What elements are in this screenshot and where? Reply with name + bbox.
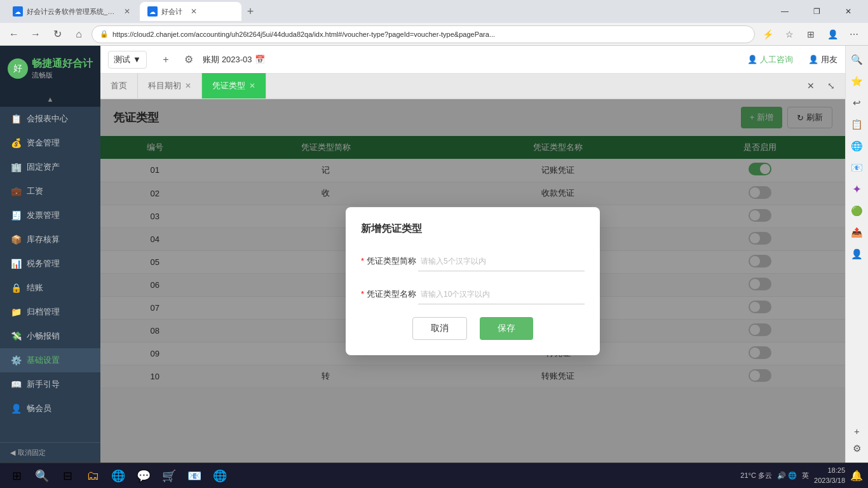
menu-button[interactable]: ⋯ [845,25,863,43]
sidebar-nav: 📋 会报表中心 💰 资金管理 🏢 固定资产 💼 工资 🧾 发票管理 📦 [0,107,100,442]
taskbar-store-button[interactable]: 🛒 [158,464,180,487]
taskbar-notification-button[interactable]: 🔔 [850,470,863,482]
workspace-selector[interactable]: 测试 ▼ [108,51,147,69]
support-button[interactable]: 👤 人工咨询 [747,54,793,65]
edge-search-button[interactable]: 🔍 [848,51,866,69]
new-tab-button[interactable]: + [241,3,259,20]
reload-button[interactable]: ↻ [48,25,66,43]
taskbar-time: 18:25 [814,466,845,475]
maximize-button[interactable]: ❐ [802,2,831,21]
minimize-button[interactable]: — [770,2,799,21]
user-button[interactable]: 👤 用友 [808,54,837,65]
tab-subject[interactable]: 科目期初 ✕ [138,73,202,98]
taskbar-lang: 英 [802,471,809,480]
taskbar-wechat-button[interactable]: 💬 [132,464,155,487]
close-button[interactable]: ✕ [834,2,863,21]
edge-add-button[interactable]: + [848,422,866,440]
edge-history-button[interactable]: ↩ [848,94,866,112]
sidebar-item-finance[interactable]: 💰 资金管理 [0,131,100,155]
finance-icon: 💰 [10,137,22,149]
edge-user-button[interactable]: 👤 [848,245,866,263]
sidebar-item-dashboard[interactable]: 📋 会报表中心 [0,107,100,131]
sidebar-item-assets[interactable]: 🏢 固定资产 [0,155,100,179]
tab-voucher-type[interactable]: 凭证类型 ✕ [202,73,266,98]
sidebar-item-archive[interactable]: 📁 归档管理 [0,300,100,324]
edge-browser-button[interactable]: 🌐 [848,137,866,155]
dialog-title: 新增凭证类型 [361,222,585,236]
tab-panel-expand-button[interactable]: ⤡ [822,77,840,95]
sidebar-item-invoice[interactable]: 🧾 发票管理 [0,203,100,227]
tab-favicon-2: ☁ [147,6,158,17]
expense-icon: 💸 [10,330,22,342]
tab-home[interactable]: 首页 [100,73,138,98]
tab-close-2[interactable]: ✕ [189,6,199,17]
edge-settings-button[interactable]: ⚙ [848,440,866,458]
taskbar-edge-button[interactable]: 🌐 [208,464,231,487]
tab-panel-close-button[interactable]: ✕ [802,77,820,95]
dialog-field-shortname: * 凭证类型简称 [361,251,585,271]
address-bar[interactable]: 🔒 https://cloud2.chanjet.com/accounting/… [92,25,755,43]
dialog-input-shortname[interactable] [418,251,585,271]
sidebar-item-label-guide: 新手引导 [27,379,60,390]
taskbar-time-display: 18:25 2023/3/18 [814,466,845,485]
extensions-button[interactable]: ⚡ [759,25,776,43]
sidebar-logo: 好 畅捷通好合计 流畅版 [0,46,100,92]
edge-copilot-button[interactable]: ✦ [848,180,866,198]
account-button[interactable]: 👤 [824,25,841,43]
period-label: 账期 [203,54,219,65]
edge-green-button[interactable]: 🟢 [848,202,866,220]
sidebar-scroll-up[interactable]: ▲ [0,92,100,107]
dialog-label-fullname: * 凭证类型名称 [361,288,418,300]
inventory-icon: 📦 [10,234,22,245]
cancel-fixed-button[interactable]: ◀ 取消固定 [0,442,100,463]
taskbar-search-button[interactable]: 🔍 [31,464,53,487]
tab-voucher-type-close[interactable]: ✕ [249,81,255,90]
address-text: https://cloud2.chanjet.com/accounting/uh… [112,30,495,38]
edge-favorites-button[interactable]: ⭐ [848,72,866,90]
dialog-input-fullname[interactable] [418,284,585,304]
browser-tab-1[interactable]: ☁ 好会计云务软件管理系统_会计 ✕ [5,2,140,21]
sidebar-item-guide[interactable]: 📖 新手引导 [0,372,100,396]
taskbar-mail-button[interactable]: 📧 [183,464,206,487]
edge-outlook-button[interactable]: 📧 [848,159,866,177]
taskbar-file-explorer-button[interactable]: 🗂 [81,464,104,487]
sidebar-item-close[interactable]: 🔒 结账 [0,276,100,300]
sidebar-item-label-invoice: 发票管理 [27,210,60,221]
sidebar: 好 畅捷通好合计 流畅版 ▲ 📋 会报表中心 💰 资金管理 🏢 固定资产 [0,46,100,463]
sidebar-item-inventory[interactable]: 📦 库存核算 [0,227,100,252]
back-button[interactable]: ← [5,25,23,43]
window-controls: — ❐ ✕ [770,2,863,21]
calendar-icon: 📅 [255,55,265,64]
taskbar-task-view-button[interactable]: ⊟ [56,464,79,487]
browser-chrome: ☁ 好会计云务软件管理系统_会计 ✕ ☁ 好会计 ✕ + — ❐ ✕ ← → ↻… [0,0,868,46]
browser-tab-2[interactable]: ☁ 好会计 ✕ [140,2,241,21]
sidebar-item-member[interactable]: 👤 畅会员 [0,396,100,421]
page-area: 凭证类型 + 新增 ↻ 刷新 编号 凭证类型简称 凭证类型名称 是否启用 [100,99,845,463]
sidebar-item-label-expense: 小畅报销 [27,330,60,342]
taskbar: ⊞ 🔍 ⊟ 🗂 🌐 💬 🛒 📧 🌐 21°C 多云 🔊 🌐 英 18:25 20… [0,463,868,488]
lock-icon: 🔒 [100,30,109,38]
sidebar-item-payroll[interactable]: 💼 工资 [0,179,100,203]
favorites-button[interactable]: ☆ [780,25,798,43]
sidebar-item-expense[interactable]: 💸 小畅报销 [0,324,100,348]
home-button[interactable]: ⌂ [70,25,88,43]
header-actions: + ⚙ [157,51,198,69]
sidebar-item-settings[interactable]: ⚙️ 基础设置 [0,348,100,372]
collections-button[interactable]: ⊞ [802,25,820,43]
taskbar-chrome-button[interactable]: 🌐 [107,464,130,487]
settings-button[interactable]: ⚙ [180,51,198,69]
edge-collections-button[interactable]: 📋 [848,116,866,133]
close-icon: 🔒 [10,282,22,294]
logo-sub: 流畅版 [32,71,93,80]
save-button[interactable]: 保存 [480,317,533,340]
tab-subject-close[interactable]: ✕ [185,81,191,90]
forward-button[interactable]: → [27,25,44,43]
cancel-button[interactable]: 取消 [412,317,467,340]
add-workspace-button[interactable]: + [157,51,175,69]
tab-close-1[interactable]: ✕ [122,6,132,17]
app-header: 测试 ▼ + ⚙ 账期 2023-03 📅 👤 人工咨询 👤 用友 [100,46,845,74]
sidebar-item-tax[interactable]: 📊 税务管理 [0,252,100,276]
taskbar-start-button[interactable]: ⊞ [5,464,28,487]
workspace-dropdown-icon: ▼ [133,55,141,64]
edge-share-button[interactable]: 📤 [848,224,866,241]
